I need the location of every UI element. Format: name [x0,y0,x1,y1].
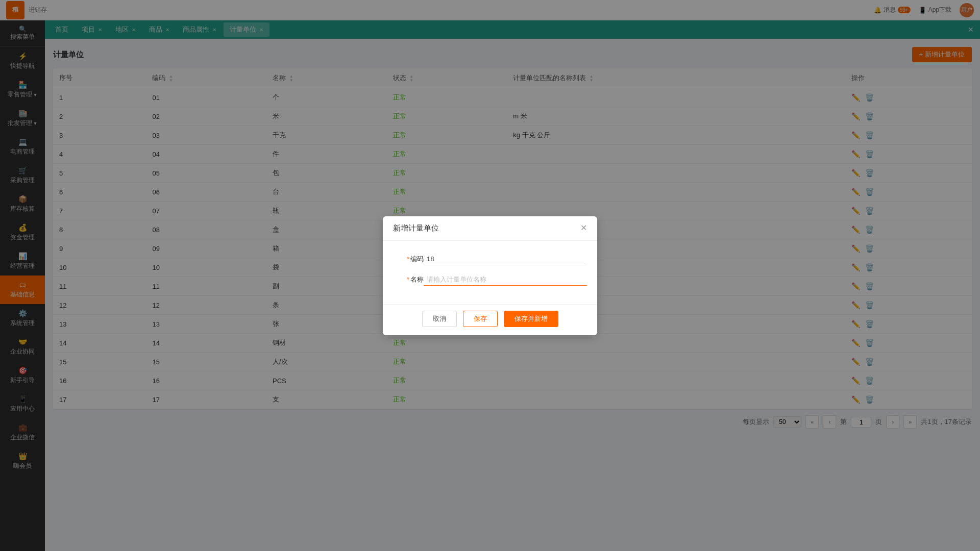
save-button[interactable]: 保存 [463,311,498,327]
form-row-code: *编码 [393,253,587,265]
modal-body: *编码 *名称 [383,241,597,304]
name-label: *名称 [393,275,424,284]
save-new-button[interactable]: 保存并新增 [504,311,558,327]
code-label: *编码 [393,255,424,264]
modal-footer: 取消 保存 保存并新增 [383,304,597,335]
modal-overlay: 新增计量单位 ✕ *编码 *名称 取消 保存 保存并新增 [0,0,980,551]
add-unit-modal: 新增计量单位 ✕ *编码 *名称 取消 保存 保存并新增 [383,216,597,335]
modal-title: 新增计量单位 [393,223,439,233]
modal-header: 新增计量单位 ✕ [383,216,597,241]
name-input[interactable] [424,273,587,286]
modal-close-btn[interactable]: ✕ [580,224,587,232]
form-row-name: *名称 [393,273,587,286]
cancel-button[interactable]: 取消 [422,311,457,327]
code-input[interactable] [424,253,587,265]
